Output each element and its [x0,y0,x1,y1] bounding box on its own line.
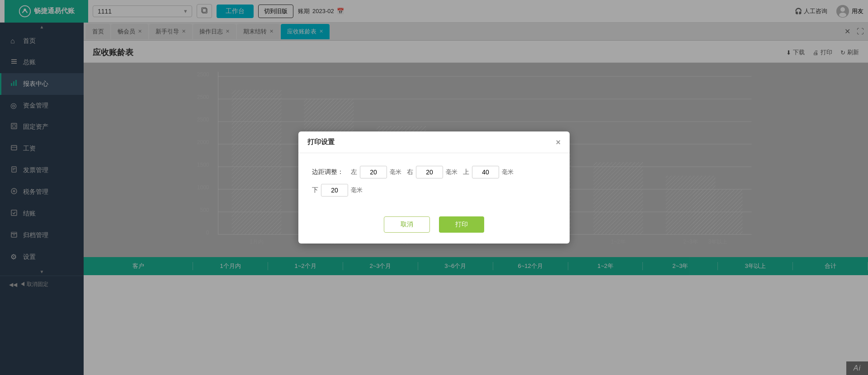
margin-right-group: 右 毫米 [407,166,458,178]
margin-left-group: 左 毫米 [351,166,401,178]
left-unit-label: 毫米 [390,168,401,176]
margin-row: 边距调整： 左 毫米 右 毫米 上 毫米 下 [312,166,556,197]
right-direction-label: 右 [407,168,413,176]
left-direction-label: 左 [351,168,357,176]
confirm-print-button[interactable]: 打印 [439,216,484,233]
margin-label: 边距调整： [312,168,344,176]
top-direction-label: 上 [463,168,469,176]
top-margin-input[interactable] [472,166,499,178]
cancel-button[interactable]: 取消 [384,216,430,233]
modal-header: 打印设置 × [298,131,570,153]
margin-top-group: 上 毫米 [463,166,514,178]
bottom-margin-input[interactable] [321,184,348,197]
bottom-unit-label: 毫米 [351,186,363,194]
print-settings-modal: 打印设置 × 边距调整： 左 毫米 右 毫米 上 毫米 [298,131,570,244]
modal-body: 边距调整： 左 毫米 右 毫米 上 毫米 下 [298,153,570,209]
modal-overlay: 打印设置 × 边距调整： 左 毫米 右 毫米 上 毫米 [0,0,868,375]
modal-footer: 取消 打印 [298,209,570,244]
bottom-direction-label: 下 [312,186,318,194]
left-margin-input[interactable] [360,166,387,178]
right-margin-input[interactable] [416,166,443,178]
modal-title: 打印设置 [307,138,335,146]
right-unit-label: 毫米 [446,168,458,176]
modal-close-button[interactable]: × [556,138,561,146]
margin-bottom-group: 下 毫米 [312,184,363,197]
top-unit-label: 毫米 [502,168,514,176]
